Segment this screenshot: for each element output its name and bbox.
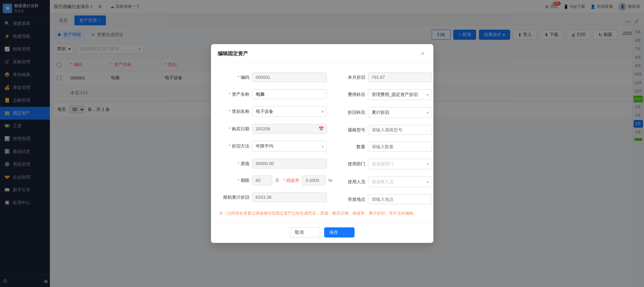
department-label: 使用部门 [338, 161, 368, 167]
form-row-category: 类别名称 电子设备 ▾ [222, 103, 327, 121]
initial-depreciation-input[interactable] [252, 192, 327, 202]
modal-body: 编码 资产名称 类别名称 电子设备 ▾ [211, 62, 433, 223]
user-arrow-icon: ▾ [424, 180, 432, 185]
purchase-date-input[interactable]: 📅 [252, 124, 327, 134]
modal-title: 编辑固定资产 [218, 51, 248, 57]
quantity-label: 数量 [338, 144, 368, 150]
form-row-expense-subject: 费用科目 管理费用_固定资产折旧 ▾ [338, 86, 432, 104]
category-value: 电子设备 [252, 106, 319, 117]
form-row-original-value: 原值 [222, 155, 327, 172]
method-arrow-icon: ▾ [319, 144, 327, 149]
period-input[interactable] [252, 176, 272, 185]
modal-note: 注：已经存在变更记录或者对应固定资产已经生成凭证，原值、购买日期、残值率、累计折… [219, 208, 425, 216]
form-row-department: 使用部门 请选择部门 ▾ [338, 155, 432, 173]
purchase-date-label: 购买日期 [222, 126, 252, 132]
spec-input[interactable] [368, 125, 432, 135]
monthly-depreciation-label: 本月折旧 [338, 74, 368, 81]
form-left-column: 编码 资产名称 类别名称 电子设备 ▾ [219, 69, 332, 208]
purchase-date-field[interactable] [252, 124, 316, 133]
quantity-input[interactable] [368, 142, 432, 152]
location-input[interactable] [368, 194, 432, 204]
original-value-label: 原值 [222, 161, 252, 167]
category-label: 类别名称 [222, 108, 252, 115]
modal-close-button[interactable]: × [419, 50, 427, 58]
save-button[interactable]: 保存 [324, 227, 355, 237]
residual-rate-input[interactable] [302, 176, 326, 185]
edit-asset-modal: 编辑固定资产 × 编码 资产名称 [211, 44, 433, 243]
location-label: 存放地点 [338, 196, 368, 202]
spec-label: 规格型号 [338, 127, 368, 133]
department-arrow-icon: ▾ [424, 162, 432, 167]
form-row-initial-depreciation: 期初累计折旧 [222, 189, 327, 206]
form-row-depreciation-subject: 折旧科目 累计折旧 ▾ [338, 104, 432, 122]
depreciation-method-label: 折旧方法 [222, 143, 252, 149]
period-unit: 月 [274, 178, 281, 184]
monthly-depreciation-input[interactable] [368, 72, 432, 82]
department-select[interactable]: 请选择部门 ▾ [368, 159, 432, 169]
expense-subject-label: 费用科目 [338, 92, 368, 98]
expense-arrow-icon: ▾ [424, 92, 432, 97]
category-arrow-icon: ▾ [319, 109, 327, 114]
original-value-input[interactable] [252, 159, 327, 168]
form-row-depreciation-method: 折旧方法 年限平均 ▾ [222, 137, 327, 155]
modal-footer: 取消 保存 [211, 223, 433, 243]
period-group: 月 * 残值率 % [252, 176, 327, 185]
depreciation-subject-arrow-icon: ▾ [424, 110, 432, 115]
form-row-user: 使用人员 请选择人员 ▾ [338, 173, 432, 191]
name-label: 资产名称 [222, 91, 252, 97]
name-input[interactable] [252, 89, 327, 99]
modal-overlay: 编辑固定资产 × 编码 资产名称 [0, 0, 644, 287]
user-label: 使用人员 [338, 179, 368, 185]
depreciation-subject-value: 累计折旧 [368, 107, 424, 118]
form-row-purchase-date: 购买日期 📅 [222, 121, 327, 137]
form-row-spec: 规格型号 [338, 122, 432, 138]
user-placeholder: 请选择人员 [368, 177, 424, 187]
form-row-monthly-depreciation: 本月折旧 [338, 69, 432, 86]
depreciation-method-value: 年限平均 [252, 141, 319, 151]
expense-subject-value: 管理费用_固定资产折旧 [368, 90, 424, 100]
form-right-column: 本月折旧 费用科目 管理费用_固定资产折旧 ▾ 折旧科目 [332, 69, 435, 208]
form-row-quantity: 数量 [338, 138, 432, 155]
department-placeholder: 请选择部门 [368, 159, 424, 169]
form-row-name: 资产名称 [222, 86, 327, 103]
user-select[interactable]: 请选择人员 ▾ [368, 177, 432, 187]
expense-subject-select[interactable]: 管理费用_固定资产折旧 ▾ [368, 89, 432, 100]
modal-header: 编辑固定资产 × [211, 44, 433, 62]
form-grid: 编码 资产名称 类别名称 电子设备 ▾ [219, 69, 425, 208]
category-select[interactable]: 电子设备 ▾ [252, 106, 327, 117]
cancel-button[interactable]: 取消 [290, 227, 320, 237]
calendar-icon[interactable]: 📅 [316, 126, 327, 131]
residual-rate-label: * 残值率 [282, 178, 301, 184]
depreciation-method-select[interactable]: 年限平均 ▾ [252, 141, 327, 152]
initial-depreciation-label: 期初累计折旧 [222, 194, 252, 200]
code-input[interactable] [252, 72, 327, 82]
depreciation-subject-label: 折旧科目 [338, 109, 368, 116]
form-row-code: 编码 [222, 69, 327, 86]
period-label: 期限 [222, 178, 252, 184]
form-row-location: 存放地点 [338, 191, 432, 208]
code-label: 编码 [222, 74, 252, 81]
depreciation-subject-select[interactable]: 累计折旧 ▾ [368, 107, 432, 118]
form-row-period: 期限 月 * 残值率 % [222, 172, 327, 189]
